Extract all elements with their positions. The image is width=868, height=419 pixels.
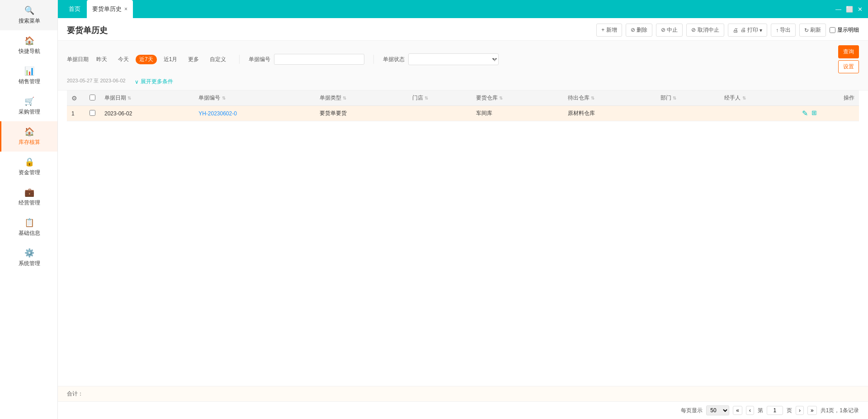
add-button[interactable]: + 新增 <box>596 24 622 37</box>
window-close-icon[interactable]: ✕ <box>858 6 863 13</box>
sidebar-item-finance[interactable]: 🔒 资金管理 <box>0 152 57 182</box>
col-settings-icon[interactable]: ⚙ <box>71 95 77 102</box>
finance-icon: 🔒 <box>24 157 34 167</box>
last-page-button[interactable]: » <box>807 406 817 415</box>
sidebar-item-sales[interactable]: 📊 销售管理 <box>0 61 57 91</box>
filter-area: 单据日期 昨天 今天 近7天 近1月 更多 自定义 单据编号 <box>58 41 868 90</box>
system-icon: ⚙️ <box>24 248 34 258</box>
window-maximize-icon[interactable]: ⬜ <box>846 6 853 13</box>
row-store <box>408 106 472 121</box>
sidebar-item-inventory[interactable]: 🏠 库存核算 <box>0 121 57 152</box>
window-minimize-icon[interactable]: — <box>835 6 841 13</box>
operations-icon: 💼 <box>24 187 34 197</box>
col-date-header[interactable]: 单据日期 ⇅ <box>100 90 194 106</box>
date-today-btn[interactable]: 今天 <box>114 54 133 65</box>
col-number-sort-icon: ⇅ <box>222 95 226 100</box>
sidebar-item-quick-nav[interactable]: 🏠 快捷导航 <box>0 30 57 61</box>
col-req-warehouse-sort-icon: ⇅ <box>499 95 503 100</box>
col-settings-header[interactable]: ⚙ <box>67 90 85 106</box>
col-department-label: 部门 <box>660 95 671 101</box>
col-date-sort-icon: ⇅ <box>127 95 131 100</box>
row-actions: ✎ ⊞ <box>797 106 859 121</box>
row-number-link[interactable]: YH-20230602-0 <box>198 110 237 117</box>
export-button[interactable]: ↑ 导出 <box>771 24 796 37</box>
data-table: ⚙ 单据日期 ⇅ 单据编号 ⇅ <box>67 90 859 121</box>
doc-status-filter-label: 单据状态 <box>383 56 405 63</box>
doc-number-input[interactable] <box>274 54 364 65</box>
delete-button[interactable]: ⊘ 删除 <box>626 24 652 37</box>
col-type-header[interactable]: 单据类型 ⇅ <box>315 90 408 106</box>
display-detail-checkbox[interactable] <box>830 27 835 33</box>
search-menu-icon: 🔍 <box>24 5 34 15</box>
doc-number-filter-group: 单据编号 <box>249 54 364 65</box>
basic-info-icon: 📋 <box>24 218 34 228</box>
col-store-sort-icon: ⇅ <box>425 95 428 100</box>
col-pending-warehouse-label: 待出仓库 <box>568 95 590 101</box>
table-header-row: ⚙ 单据日期 ⇅ 单据编号 ⇅ <box>67 90 859 106</box>
date-last7-btn[interactable]: 近7天 <box>136 55 157 64</box>
col-store-header[interactable]: 门店 ⇅ <box>408 90 472 106</box>
first-page-button[interactable]: « <box>733 406 742 415</box>
sidebar-item-system[interactable]: ⚙️ 系统管理 <box>0 243 57 273</box>
col-type-label: 单据类型 <box>320 95 341 101</box>
col-department-header[interactable]: 部门 ⇅ <box>656 90 720 106</box>
row-date: 2023-06-02 <box>100 106 194 121</box>
row-edit-icon[interactable]: ✎ <box>802 109 808 118</box>
topbar-window-controls: — ⬜ ✕ <box>835 6 863 13</box>
doc-status-select[interactable] <box>408 53 499 65</box>
home-icon: 🏠 <box>24 36 34 46</box>
date-custom-btn[interactable]: 自定义 <box>206 54 230 65</box>
sidebar-item-search-menu[interactable]: 🔍 搜索菜单 <box>0 0 57 30</box>
row-department <box>656 106 720 121</box>
table-area: ⚙ 单据日期 ⇅ 单据编号 ⇅ <box>58 90 868 386</box>
filter-row-1: 单据日期 昨天 今天 近7天 近1月 更多 自定义 单据编号 <box>67 45 859 73</box>
tab-close-icon[interactable]: × <box>124 6 127 12</box>
settings-button[interactable]: 设置 <box>838 60 859 73</box>
tab-requisition-history[interactable]: 要货单历史 × <box>87 0 133 18</box>
date-last-month-btn[interactable]: 近1月 <box>160 54 182 65</box>
col-req-warehouse-label: 要货仓库 <box>476 95 498 101</box>
sidebar-item-purchase[interactable]: 🛒 采购管理 <box>0 91 57 121</box>
query-button[interactable]: 查询 <box>838 45 859 58</box>
main-area: 首页 要货单历史 × — ⬜ ✕ 要货单历史 + 新增 ⊘ 删除 ⊘ 中止 ⊘ … <box>58 0 868 419</box>
sidebar-item-label: 采购管理 <box>19 108 40 116</box>
footer-total: 合计： <box>58 386 868 401</box>
col-store-label: 门店 <box>412 95 423 101</box>
col-handler-header[interactable]: 经手人 ⇅ <box>720 90 797 106</box>
row-checkbox[interactable] <box>90 110 95 116</box>
page-size-select[interactable]: 10 20 50 100 <box>706 405 729 415</box>
row-handler <box>720 106 797 121</box>
row-number[interactable]: YH-20230602-0 <box>194 106 315 121</box>
col-action-header: 操作 <box>797 90 859 106</box>
expand-chevron-icon: ∨ <box>135 79 139 85</box>
row-checkbox-cell[interactable] <box>85 106 100 121</box>
filter-row-2: 2023-05-27 至 2023-06-02 ∨ 展开更多条件 <box>67 75 859 86</box>
select-all-checkbox[interactable] <box>90 95 95 100</box>
print-button[interactable]: 🖨 🖨 打印 ▾ <box>728 24 767 37</box>
col-pending-warehouse-header[interactable]: 待出仓库 ⇅ <box>563 90 656 106</box>
display-detail-checkbox-label[interactable]: 显示明细 <box>830 26 859 34</box>
cancel-stop-button[interactable]: ⊘ 取消中止 <box>686 24 724 37</box>
total-label: 合计： <box>67 390 83 398</box>
page-label: 第 <box>758 407 763 414</box>
toolbar: + 新增 ⊘ 删除 ⊘ 中止 ⊘ 取消中止 🖨 🖨 打印 ▾ ↑ 导出 ↻ 刷新 <box>596 24 859 37</box>
next-page-button[interactable]: › <box>796 406 804 415</box>
refresh-button[interactable]: ↻ 刷新 <box>799 24 826 37</box>
stop-button[interactable]: ⊘ 中止 <box>656 24 683 37</box>
expand-more-btn[interactable]: ∨ 展开更多条件 <box>135 78 173 86</box>
action-icons-group: ✎ ⊞ <box>802 109 854 118</box>
col-type-sort-icon: ⇅ <box>343 95 346 100</box>
col-checkbox-header[interactable] <box>85 90 100 106</box>
date-yesterday-btn[interactable]: 昨天 <box>92 54 111 65</box>
col-number-header[interactable]: 单据编号 ⇅ <box>194 90 315 106</box>
prev-page-button[interactable]: ‹ <box>746 406 754 415</box>
page-number-input[interactable] <box>767 406 783 415</box>
col-req-warehouse-header[interactable]: 要货仓库 ⇅ <box>472 90 563 106</box>
row-delete-icon[interactable]: ⊞ <box>811 109 817 118</box>
filter-divider-1 <box>239 55 240 64</box>
date-more-btn[interactable]: 更多 <box>184 54 203 65</box>
sidebar-item-basic-info[interactable]: 📋 基础信息 <box>0 212 57 243</box>
tab-home[interactable]: 首页 <box>63 0 86 18</box>
sidebar-item-operations[interactable]: 💼 经营管理 <box>0 182 57 212</box>
sidebar-item-label: 销售管理 <box>19 78 40 86</box>
